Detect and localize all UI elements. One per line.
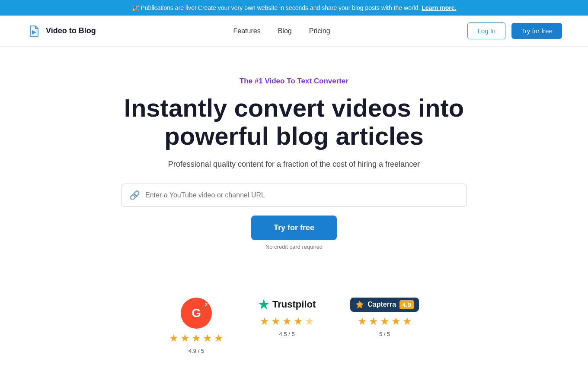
hero-title-line2: powerful blog articles: [164, 122, 423, 150]
link-icon: 🔗: [129, 190, 140, 200]
capterra-badge: Capterra 4.9: [350, 298, 419, 312]
capterra-icon: [355, 300, 364, 309]
announcement-banner: 🎉 Publications are live! Create your ver…: [0, 0, 588, 16]
nav-blog-link[interactable]: Blog: [278, 27, 292, 35]
trustpilot-rating: ★ Trustpilot ★ ★ ★ ★ ★ 4.5 / 5: [258, 298, 316, 337]
svg-marker-1: [356, 301, 364, 308]
hero-title-line1: Instantly convert videos into: [124, 94, 464, 122]
g2-badge: G 2: [181, 298, 212, 329]
g2-superscript: 2: [205, 302, 208, 307]
cta-wrapper: Try for free No credit card required: [117, 216, 471, 250]
capterra-rating: Capterra 4.9 ★ ★ ★ ★ ★ 5 / 5: [350, 298, 419, 337]
g2-stars: ★ ★ ★ ★ ★: [169, 332, 224, 344]
nav-pricing-link[interactable]: Pricing: [309, 27, 330, 35]
hero-subtitle: The #1 Video To Text Converter: [117, 77, 471, 86]
login-button[interactable]: Log In: [467, 22, 505, 39]
capterra-stars: ★ ★ ★ ★ ★: [358, 315, 412, 327]
hero-description: Professional quality content for a fract…: [117, 160, 471, 169]
banner-learn-more-link[interactable]: Learn more.: [422, 4, 456, 11]
nav-logo-text: Video to Blog: [46, 26, 96, 35]
hero-section: The #1 Video To Text Converter Instantly…: [108, 47, 480, 272]
nav-actions: Log In Try for free: [467, 22, 562, 39]
trustpilot-label: Trustpilot: [272, 299, 316, 310]
navbar: Video to Blog Features Blog Pricing Log …: [0, 16, 588, 47]
url-input[interactable]: [145, 191, 459, 199]
capterra-label: Capterra: [368, 301, 396, 308]
ratings-section: G 2 ★ ★ ★ ★ ★ 4.9 / 5 ★ Trustpilot ★ ★ ★…: [0, 298, 588, 371]
nav-logo[interactable]: Video to Blog: [26, 23, 96, 39]
capterra-score-badge: 4.9: [399, 300, 414, 309]
g2-score: 4.9 / 5: [189, 348, 204, 354]
trustpilot-star-icon: ★: [258, 298, 269, 312]
no-credit-text: No credit card required: [265, 244, 323, 250]
url-input-wrapper: 🔗: [121, 184, 467, 207]
trustpilot-badge: ★ Trustpilot: [258, 298, 316, 312]
nav-features-link[interactable]: Features: [233, 27, 261, 35]
nav-links: Features Blog Pricing: [233, 27, 330, 35]
try-for-free-button[interactable]: Try for free: [251, 216, 337, 240]
trustpilot-score: 4.5 / 5: [279, 331, 295, 337]
hero-title: Instantly convert videos into powerful b…: [117, 94, 471, 150]
g2-label: G: [192, 307, 201, 319]
nav-try-button[interactable]: Try for free: [511, 23, 562, 39]
g2-rating: G 2 ★ ★ ★ ★ ★ 4.9 / 5: [169, 298, 224, 354]
capterra-score: 5 / 5: [379, 331, 390, 337]
logo-icon: [26, 23, 42, 39]
trustpilot-stars: ★ ★ ★ ★ ★: [260, 315, 314, 327]
banner-text: 🎉 Publications are live! Create your ver…: [132, 4, 420, 11]
